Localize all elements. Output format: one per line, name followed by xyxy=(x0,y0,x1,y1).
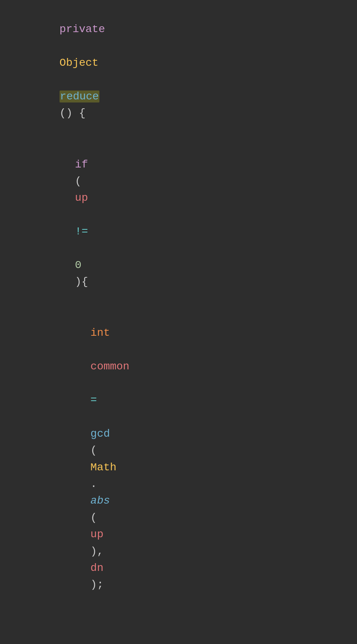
method-gcd: gcd xyxy=(91,428,110,440)
method-abs: abs xyxy=(91,495,110,507)
type-object: Object xyxy=(60,57,99,69)
punc: ); xyxy=(91,579,104,591)
var-dn: dn xyxy=(91,562,104,574)
paren-open: () { xyxy=(60,107,85,119)
dot: . xyxy=(91,478,97,490)
code-line-1: private Object reduce () { xyxy=(0,4,357,139)
keyword-private: private xyxy=(60,23,105,35)
num-0: 0 xyxy=(75,259,82,271)
code-line-2: if ( up != 0 ){ xyxy=(0,139,357,307)
line-content-2: if ( up != 0 ){ xyxy=(34,139,357,307)
line-content-1: private Object reduce () { xyxy=(19,4,357,138)
space xyxy=(75,242,82,254)
line-content-5: up = up / common ; xyxy=(50,628,357,644)
space xyxy=(91,344,97,356)
punc: ){ xyxy=(75,276,88,288)
code-editor: private Object reduce () { if ( up != 0 … xyxy=(0,0,357,644)
keyword-if: if xyxy=(75,159,88,171)
space xyxy=(60,74,66,86)
space xyxy=(60,40,66,52)
keyword-int: int xyxy=(91,327,110,339)
space xyxy=(91,411,97,423)
class-math: Math xyxy=(91,461,116,473)
space xyxy=(75,209,82,221)
line-content-3: int common = gcd ( Math . abs ( up ), dn… xyxy=(50,308,357,610)
op-assign: = xyxy=(91,394,97,406)
code-line-4 xyxy=(0,610,357,628)
space xyxy=(91,378,97,389)
code-line-5: up = up / common ; xyxy=(0,628,357,644)
punc: ( xyxy=(91,444,97,456)
punc: ( xyxy=(91,512,97,524)
line-content-4 xyxy=(19,611,357,627)
var-up: up xyxy=(75,192,88,204)
code-line-3: int common = gcd ( Math . abs ( up ), dn… xyxy=(0,307,357,610)
punc: ( xyxy=(75,175,82,187)
punc: ), xyxy=(91,545,104,557)
op-neq: != xyxy=(75,225,88,237)
var-common: common xyxy=(91,360,130,372)
var-up: up xyxy=(91,528,104,540)
method-reduce: reduce xyxy=(60,91,99,102)
